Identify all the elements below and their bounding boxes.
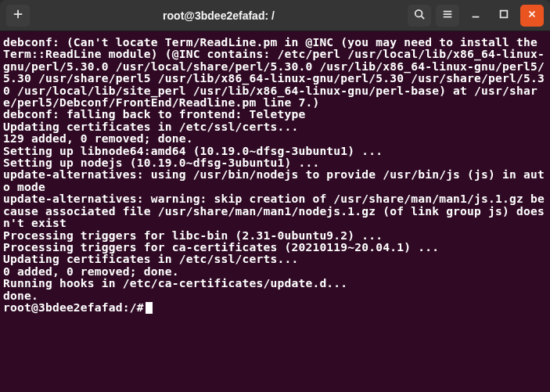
close-button[interactable]	[520, 5, 544, 27]
terminal-output: debconf: (Can't locate Term/ReadLine.pm …	[3, 35, 545, 302]
hamburger-icon	[442, 9, 453, 23]
search-button[interactable]	[408, 5, 431, 27]
prompt-line: root@3bdee2efafad:/#	[3, 300, 153, 314]
titlebar-left-group	[6, 5, 30, 27]
titlebar-right-group	[408, 5, 544, 27]
svg-line-3	[422, 16, 425, 19]
terminal-body[interactable]: debconf: (Can't locate Term/ReadLine.pm …	[0, 31, 550, 392]
close-icon	[527, 9, 537, 23]
plus-icon	[13, 9, 23, 23]
svg-point-2	[415, 9, 422, 16]
shell-prompt: root@3bdee2efafad:/#	[3, 300, 144, 314]
window-title: root@3bdee2efafad: /	[34, 9, 403, 22]
titlebar: root@3bdee2efafad: /	[0, 0, 550, 31]
text-cursor	[146, 302, 153, 314]
new-tab-button[interactable]	[6, 5, 30, 27]
minimize-icon	[470, 9, 481, 23]
maximize-icon	[498, 9, 509, 23]
search-icon	[414, 9, 425, 23]
menu-button[interactable]	[436, 5, 459, 27]
terminal-window: root@3bdee2efafad: /	[0, 0, 550, 392]
maximize-button[interactable]	[492, 5, 516, 27]
svg-rect-8	[501, 10, 508, 17]
minimize-button[interactable]	[464, 5, 487, 27]
